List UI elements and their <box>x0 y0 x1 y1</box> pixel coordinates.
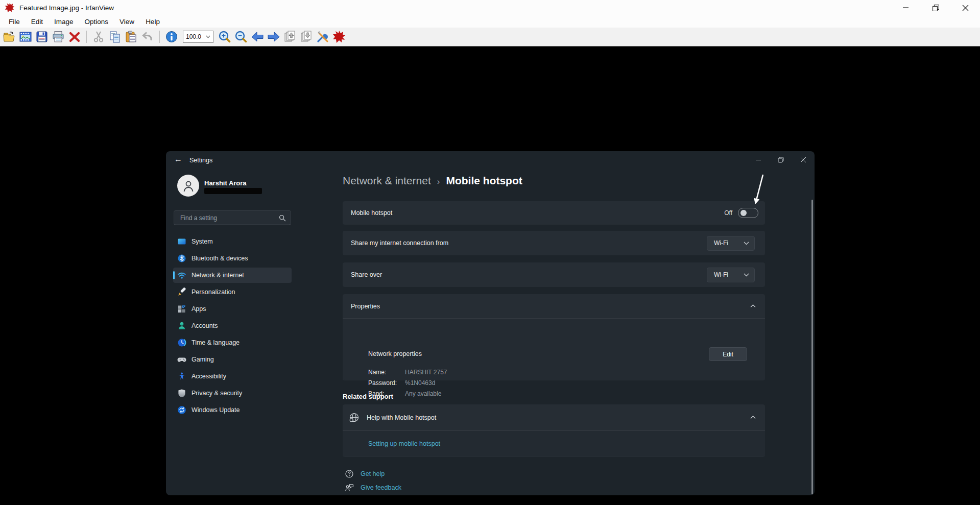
menu-help[interactable]: Help <box>140 17 165 27</box>
sidebar-item-windows-update[interactable]: Windows Update <box>173 402 292 418</box>
clock-icon <box>177 338 186 347</box>
sidebar-item-network-internet[interactable]: Network & internet <box>173 268 292 283</box>
search-icon <box>279 214 286 222</box>
person-icon <box>181 179 196 193</box>
properties-tools-icon[interactable] <box>316 30 329 43</box>
zoom-out-icon[interactable] <box>234 30 248 43</box>
zoom-in-icon[interactable] <box>218 30 231 43</box>
zoom-combo[interactable]: 100.0 <box>183 31 213 43</box>
toolbar-separator <box>86 31 87 43</box>
settings-title: Settings <box>189 157 212 164</box>
menu-options[interactable]: Options <box>79 17 114 27</box>
help-link-row: Setting up mobile hotspot <box>343 431 765 456</box>
search-input[interactable] <box>174 211 291 225</box>
properties-card: Properties Network properties Edit Name:… <box>343 294 765 380</box>
share-from-value: Wi-Fi <box>714 239 728 247</box>
properties-label: Properties <box>351 303 380 310</box>
zoom-value: 100.0 <box>186 33 201 40</box>
save-icon[interactable] <box>35 30 49 43</box>
share-from-label: Share my internet connection from <box>351 239 448 247</box>
setting-up-hotspot-link[interactable]: Setting up mobile hotspot <box>368 440 440 447</box>
cut-icon[interactable] <box>92 30 105 43</box>
wifi-icon <box>177 271 186 280</box>
copy-icon[interactable] <box>108 30 122 43</box>
share-from-dropdown[interactable]: Wi-Fi <box>707 236 755 251</box>
avatar[interactable] <box>177 175 199 197</box>
menu-view[interactable]: View <box>114 17 140 27</box>
close-icon[interactable] <box>950 0 980 15</box>
related-support-heading: Related support <box>343 393 393 400</box>
settings-restore-icon[interactable] <box>770 151 792 169</box>
share-over-dropdown[interactable]: Wi-Fi <box>707 268 755 282</box>
system-icon <box>177 237 186 246</box>
toolbar: 100.0 <box>0 28 980 46</box>
breadcrumb: Network & internet › Mobile hotspot <box>343 175 522 187</box>
next-image-icon[interactable] <box>267 30 280 43</box>
sidebar-item-apps[interactable]: Apps <box>173 301 292 317</box>
get-help-link[interactable]: Get help <box>361 470 385 477</box>
breadcrumb-parent[interactable]: Network & internet <box>343 175 431 187</box>
menu-edit[interactable]: Edit <box>26 17 49 27</box>
print-icon[interactable] <box>52 30 65 43</box>
chevron-up-icon <box>750 304 756 308</box>
settings-minimize-icon[interactable] <box>747 151 770 169</box>
first-file-icon[interactable] <box>283 30 297 43</box>
paste-icon[interactable] <box>125 30 138 43</box>
toolbar-separator <box>159 31 160 43</box>
settings-titlebar: ← Settings <box>166 151 815 171</box>
sidebar-item-gaming[interactable]: Gaming <box>173 352 292 367</box>
back-icon[interactable]: ← <box>174 155 182 164</box>
menu-image[interactable]: Image <box>49 17 79 27</box>
settings-close-icon[interactable] <box>792 151 815 169</box>
get-help-row: Get help <box>345 469 385 478</box>
chevron-down-icon <box>206 35 210 38</box>
edit-button[interactable]: Edit <box>709 347 747 361</box>
accessibility-icon <box>177 372 186 381</box>
restore-icon[interactable] <box>921 0 950 15</box>
help-item-label: Help with Mobile hotspot <box>367 414 436 421</box>
sidebar-item-bluetooth[interactable]: Bluetooth & devices <box>173 251 292 266</box>
open-file-icon[interactable] <box>3 30 16 43</box>
help-expander[interactable]: Help with Mobile hotspot <box>343 404 765 431</box>
give-feedback-link[interactable]: Give feedback <box>361 484 401 491</box>
scrollbar[interactable] <box>811 200 813 494</box>
share-over-value: Wi-Fi <box>714 271 728 278</box>
undo-icon[interactable] <box>141 30 154 43</box>
irfanview-titlebar: Featured Image.jpg - IrfanView <box>0 0 980 15</box>
page-title: Mobile hotspot <box>446 175 522 187</box>
paintbrush-icon <box>177 287 186 297</box>
delete-icon[interactable] <box>68 30 81 43</box>
menu-file[interactable]: File <box>3 17 26 27</box>
menubar: File Edit Image Options View Help <box>0 15 980 28</box>
sidebar-item-time-language[interactable]: Time & language <box>173 335 292 350</box>
sidebar-item-privacy-security[interactable]: Privacy & security <box>173 386 292 401</box>
network-properties-label: Network properties <box>368 350 422 357</box>
last-file-icon[interactable] <box>300 30 313 43</box>
irfanview-logo-icon <box>5 3 15 13</box>
properties-body: Network properties Edit Name: HARSHIT 27… <box>343 319 765 380</box>
sidebar-item-system[interactable]: System <box>173 234 292 249</box>
irfanview-about-icon[interactable] <box>332 30 346 43</box>
mobile-hotspot-card: Mobile hotspot Off <box>343 201 765 225</box>
mobile-hotspot-label: Mobile hotspot <box>351 209 392 217</box>
give-feedback-row: Give feedback <box>345 483 401 492</box>
apps-icon <box>177 304 186 314</box>
redacted-email <box>204 188 262 194</box>
search-box <box>174 210 291 225</box>
window-title: Featured Image.jpg - IrfanView <box>19 4 114 12</box>
sidebar-item-personalization[interactable]: Personalization <box>173 284 292 300</box>
sidebar-nav: System Bluetooth & devices Network & int… <box>173 234 292 419</box>
chevron-down-icon <box>744 242 749 245</box>
info-icon[interactable] <box>165 30 178 43</box>
help-card: Help with Mobile hotspot Setting up mobi… <box>343 404 765 457</box>
minimize-icon[interactable] <box>891 0 921 15</box>
globe-search-icon <box>349 412 360 423</box>
profile-name: Harshit Arora <box>204 179 247 187</box>
prev-image-icon[interactable] <box>251 30 264 43</box>
sidebar-item-accounts[interactable]: Accounts <box>173 318 292 333</box>
sidebar-item-accessibility[interactable]: Accessibility <box>173 369 292 384</box>
properties-header[interactable]: Properties <box>343 294 765 319</box>
slideshow-icon[interactable] <box>19 30 32 43</box>
toggle-state-label: Off <box>724 209 732 217</box>
gamepad-icon <box>177 355 186 364</box>
